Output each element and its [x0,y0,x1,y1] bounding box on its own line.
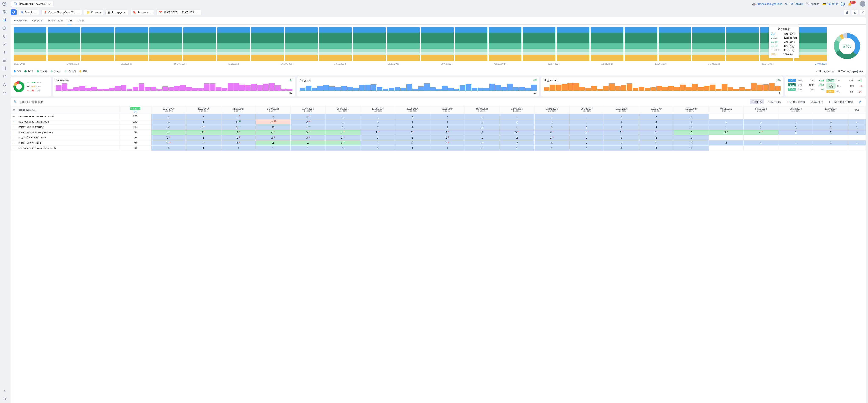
tab-Топ %[interactable]: Топ % [76,17,84,24]
stacked-bar-chart: 23.07.2024 1-3:706 (37%)1-10:1266 (67%)1… [13,27,827,61]
project-name: Памятники Прометей [19,2,46,5]
bar [489,27,521,61]
table-row[interactable]: ✓изготовление памятников140111+2627-252-… [11,119,866,124]
sort-button[interactable]: ↕ Сортировка [785,99,806,104]
svg-rect-6 [5,19,5,22]
doc-icon[interactable] [2,66,6,70]
bar [455,27,488,61]
region-selector[interactable]: 📍Санкт-Петербург (С...⌄ [41,9,82,15]
avatar[interactable] [860,1,865,7]
daterange-selector[interactable]: 📅23.07.2022 — 23.07.2024⌄ [156,9,201,15]
rank-row: 31-507%125+31 [827,79,863,82]
table-row[interactable]: —надгробные памятники702-111-12-13-12-11… [11,135,866,140]
logo-icon[interactable] [2,2,6,6]
spark-card-Медианная: Медианная+155 [541,77,783,96]
legend-item[interactable]: 31-50 [51,70,61,73]
search-input[interactable] [19,100,747,104]
kpi-cards: ▲ 1506 79%➖ 196 10%▼ 196 10% Видимость+1… [10,77,866,96]
satellite-icon[interactable] [2,74,6,79]
svg-point-2 [3,10,6,13]
legend-item[interactable]: 11-30 [37,70,47,73]
folder-icon: 📁 [86,11,90,14]
tags-selector[interactable]: 🔖Все теги⌄ [130,9,154,15]
chart-panel: 23.07.2024 1-3:706 (37%)1-10:1266 (67%)1… [10,25,866,67]
settings-tool-button[interactable] [860,9,866,15]
catalog-selector[interactable]: 📁Каталог [84,9,103,15]
aperture-icon[interactable] [2,26,6,30]
legend-item[interactable]: 101+ [80,70,89,73]
bar [251,27,284,61]
pin-icon[interactable] [2,50,6,54]
bar [591,27,623,61]
gear-icon[interactable] [2,90,6,95]
table-row[interactable]: —изготовление памятников в спб5011111111… [11,146,866,151]
svg-rect-5 [4,19,4,22]
legend-item[interactable]: 1-10 [24,70,33,73]
refresh-table-button[interactable]: ⟳ [857,99,863,104]
grid-icon: ▦ [108,11,111,14]
filter-button[interactable]: ▽ Фильтр [809,99,825,104]
table-row[interactable]: —памятники на могилу каталог9044-15-14-1… [11,130,866,135]
trend-icon[interactable] [2,42,6,46]
svg-rect-4 [3,20,3,22]
sitemap-icon[interactable] [2,82,6,87]
help-link[interactable]: ?Справка [806,2,819,5]
chart-view-button[interactable] [844,9,850,15]
tag-icon: 🔖 [133,11,136,14]
tab-Видимость[interactable]: Видимость [13,17,28,24]
svg-point-3 [4,11,5,12]
chevron-down-icon: ⌄ [48,2,50,5]
bar [523,27,555,61]
add-button[interactable] [841,2,845,6]
location-icon: 📍 [44,11,47,14]
table-row[interactable]: —изготовление памятников спб260111-122-1… [11,114,866,119]
date-order-button[interactable]: ↔ Порядок дат [815,70,835,73]
tab-Топ[interactable]: Топ [67,17,72,24]
external-icon[interactable] [2,397,6,401]
tickets-link[interactable]: ✉Тикеты [790,2,803,5]
svg-rect-14 [14,3,16,5]
view-settings-button[interactable]: ⊞ Настройки вида [828,99,855,104]
positions-tab[interactable]: Позиции [750,99,764,104]
metric-tabs: ВидимостьСредняяМедианнаяТопТоп % [10,17,866,25]
bar [557,27,589,61]
competitors-link[interactable]: 🤖Анализ конкурентов [752,2,782,5]
svg-rect-18 [847,11,848,13]
notif-badge: 111 [850,1,856,4]
bar [421,27,454,61]
engine-selector[interactable]: GGoogle⌄ [19,9,39,15]
table-row[interactable]: —памятники на могилу14022-11+233+2111111… [11,124,866,130]
refresh-button[interactable] [10,9,17,15]
export-chart-button[interactable]: ⎘ Экспорт графика [838,70,863,73]
calendar-icon: 📅 [159,11,162,14]
trophy-icon[interactable] [2,34,6,38]
snippets-tab[interactable]: Сниппеты [767,99,783,104]
positions-table: ⊕Запросы (1898)Частота[Ч]23.07.20241-10 … [10,106,866,403]
project-selector[interactable]: Памятники Прометей ⌄ [11,1,54,7]
table-row[interactable]: —памятники из гранита502-133-1444+1332-1… [11,140,866,146]
chevron-down-icon: ⌄ [35,11,37,14]
bar [353,27,385,61]
balance[interactable]: 💳342.93 ₽ [823,2,838,5]
export-button[interactable] [852,9,858,15]
tab-Средняя[interactable]: Средняя [32,17,43,24]
tab-Медианная[interactable]: Медианная [48,17,63,24]
sync-icon[interactable]: ⟳ [785,2,787,5]
legend-item[interactable]: 1-3 [13,70,21,73]
notifications[interactable]: 🔔 111 [848,2,857,5]
expand-icon[interactable] [2,389,6,393]
svg-point-9 [4,76,5,77]
spark-card-Видимость: Видимость+1781 [53,77,295,96]
legend-item[interactable]: 51-100 [64,70,75,73]
target-icon[interactable] [2,10,6,14]
groups-selector[interactable]: ▦Все группы [105,9,128,15]
bar [387,27,420,61]
google-icon: G [21,11,23,14]
analytics-icon[interactable] [2,18,6,22]
search-icon: 🔍 [13,100,17,104]
bar [82,27,114,61]
list-icon[interactable] [2,58,6,62]
table-toolbar: 🔍 Позиции Сниппеты ↕ Сортировка ▽ Фильтр… [10,98,866,106]
topbar: Памятники Прометей ⌄ 🤖Анализ конкурентов… [8,0,868,8]
bar [217,27,250,61]
